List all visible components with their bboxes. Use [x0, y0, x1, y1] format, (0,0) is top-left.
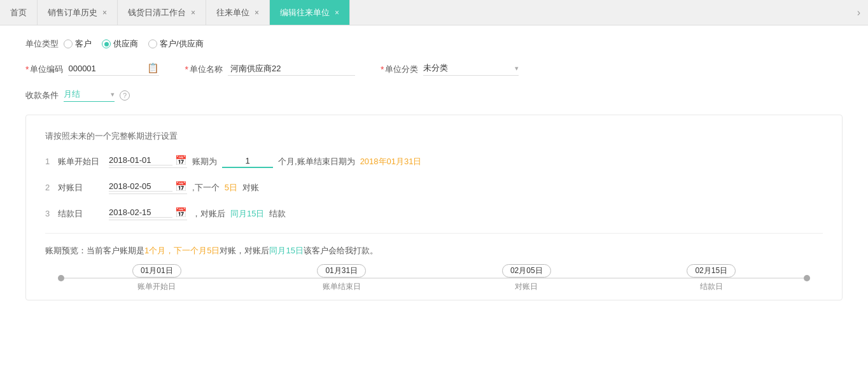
payment-highlight: 同月15日: [230, 208, 264, 220]
setting-row-3: 3 结款日 📅 ，对账后 同月15日 结款: [45, 207, 823, 220]
timeline-node-4: 02月15日 结款日: [687, 264, 736, 292]
reconcile-date-wrap: 📅: [109, 181, 187, 194]
timeline-pill-2: 01月31日: [317, 264, 366, 278]
radio-supplier-label: 供应商: [113, 38, 138, 50]
payment-select[interactable]: 月结 ▾: [64, 88, 115, 102]
payment-value: 月结: [64, 88, 108, 100]
radio-both-label: 客户/供应商: [160, 38, 204, 50]
timeline-pill-4: 02月15日: [687, 264, 736, 278]
reconcile-suffix: 对账: [242, 182, 259, 194]
tab-cash-work[interactable]: 钱货日清工作台 ×: [118, 0, 206, 25]
tab-partners[interactable]: 往来单位 ×: [206, 0, 270, 25]
radio-customer[interactable]: 客户: [64, 38, 92, 50]
preview-text: 账期预览：当前客户账期是1个月，下一个月5日对账，对账后同月15日该客户会给我打…: [45, 245, 823, 257]
preview-part1: 1个月，: [144, 246, 174, 255]
close-icon[interactable]: ×: [255, 8, 259, 17]
timeline-nodes: 01月01日 账单开始日 01月31日 账单结束日: [64, 272, 804, 285]
close-icon[interactable]: ×: [102, 8, 107, 17]
calendar-icon-1[interactable]: 📅: [175, 155, 187, 166]
payment-suffix: 结款: [269, 208, 286, 220]
unit-type-row: 单位类型 客户 供应商 客户/供应商: [25, 38, 843, 50]
radio-both-circle: [148, 39, 157, 48]
payment-label: 收款条件: [25, 90, 59, 101]
timeline-date-3: 02月05日: [510, 266, 543, 275]
unit-name-label: 单位名称: [190, 64, 223, 75]
unit-code-input[interactable]: [68, 64, 144, 73]
main-content: 单位类型 客户 供应商 客户/供应商 * 单位编码: [0, 25, 868, 387]
tab-cash-label: 钱货日清工作台: [128, 7, 186, 18]
settings-box: 请按照未来的一个完整帐期进行设置 1 账单开始日 📅 账期为 个月,账单结束日期…: [25, 115, 843, 300]
payment-date-input[interactable]: [109, 208, 172, 218]
row-content-1: 📅 账期为 个月,账单结束日期为 2018年01月31日: [109, 155, 823, 168]
preview-part4: 同月15日: [269, 246, 303, 255]
payment-prefix: ，对账后: [192, 208, 225, 220]
preview-part5: 该客户会给我打款。: [304, 246, 378, 255]
period-end-date: 2018年01月31日: [360, 156, 422, 167]
row-content-2: 📅 ,下一个 5日 对账: [109, 181, 823, 194]
radio-both[interactable]: 客户/供应商: [148, 38, 204, 50]
unit-code-input-wrap: 📋: [68, 62, 159, 76]
copy-icon[interactable]: 📋: [147, 62, 159, 74]
required-star: *: [25, 64, 29, 74]
unit-type-radio-group: 客户 供应商 客户/供应商: [64, 38, 204, 50]
timeline-node-3: 02月05日 对账日: [502, 264, 551, 292]
tab-bar: 首页 销售订单历史 × 钱货日清工作台 × 往来单位 × 编辑往来单位 × ›: [0, 0, 868, 25]
unit-code-label: 单位编码: [30, 64, 63, 75]
close-icon[interactable]: ×: [335, 8, 339, 17]
timeline-track: 01月01日 账单开始日 01月31日 账单结束日: [64, 272, 804, 285]
unit-type-field: 单位类型 客户 供应商 客户/供应商: [25, 38, 204, 50]
preview-section: 账期预览：当前客户账期是1个月，下一个月5日对账，对账后同月15日该客户会给我打…: [45, 233, 823, 285]
required-star-cat: *: [381, 64, 384, 74]
unit-category-select[interactable]: 未分类 ▾: [423, 62, 519, 76]
help-icon[interactable]: ?: [120, 90, 130, 101]
timeline-node-2: 01月31日 账单结束日: [317, 264, 366, 292]
tab-home-label: 首页: [10, 7, 27, 18]
unit-category-label: 单位分类: [385, 64, 418, 75]
timeline-date-4: 02月15日: [695, 266, 727, 275]
timeline-pill-1: 01月01日: [132, 264, 181, 278]
reconcile-date-input[interactable]: [109, 181, 172, 192]
code-name-row: * 单位编码 📋 * 单位名称 * 单位分类 未分类 ▾: [25, 62, 843, 76]
row-label-2: 对账日: [58, 182, 109, 194]
close-icon[interactable]: ×: [191, 8, 195, 17]
tab-home[interactable]: 首页: [0, 0, 38, 25]
timeline: 01月01日 账单开始日 01月31日 账单结束日: [45, 272, 823, 285]
timeline-node-1: 01月01日 账单开始日: [132, 264, 181, 292]
unit-category-field: * 单位分类 未分类 ▾: [381, 62, 519, 76]
tab-sales-label: 销售订单历史: [48, 7, 97, 18]
timeline-right-dot: [804, 275, 810, 281]
period-prefix: 账期为: [192, 156, 217, 167]
calendar-icon-3[interactable]: 📅: [175, 207, 187, 218]
tab-sales-history[interactable]: 销售订单历史 ×: [38, 0, 118, 25]
radio-customer-circle: [64, 39, 73, 48]
chevron-down-icon: ▾: [515, 64, 519, 73]
payment-date-wrap: 📅: [109, 207, 187, 220]
start-date-input[interactable]: [109, 155, 172, 165]
timeline-left-dot: [58, 275, 64, 281]
chevron-down-icon-payment: ▾: [111, 90, 115, 99]
start-date-input-wrap: 📅: [109, 155, 187, 168]
preview-part2: 下一个月5日: [174, 246, 220, 255]
radio-supplier[interactable]: 供应商: [102, 38, 138, 50]
tab-more-button[interactable]: ›: [850, 7, 868, 18]
timeline-label-2: 账单结束日: [323, 281, 361, 292]
unit-name-input[interactable]: [228, 63, 355, 76]
setting-row-1: 1 账单开始日 📅 账期为 个月,账单结束日期为 2018年01月31日: [45, 155, 823, 168]
timeline-label-3: 对账日: [515, 281, 538, 292]
timeline-pill-3: 02月05日: [502, 264, 551, 278]
tab-edit-partner[interactable]: 编辑往来单位 ×: [270, 0, 350, 25]
payment-row: 收款条件 月结 ▾ ?: [25, 88, 843, 102]
unit-code-field: * 单位编码 📋: [25, 62, 159, 76]
setting-row-2: 2 对账日 📅 ,下一个 5日 对账: [45, 181, 823, 194]
unit-category-value: 未分类: [423, 62, 512, 74]
row-label-3: 结款日: [58, 208, 109, 220]
row-content-3: 📅 ，对账后 同月15日 结款: [109, 207, 823, 220]
calendar-icon-2[interactable]: 📅: [175, 181, 187, 192]
unit-type-label: 单位类型: [25, 38, 59, 50]
reconcile-prefix: ,下一个: [192, 182, 220, 194]
required-star-name: *: [185, 64, 188, 74]
row-num-1: 1: [45, 157, 58, 166]
timeline-label-4: 结款日: [700, 281, 723, 292]
period-input[interactable]: [222, 155, 273, 168]
reconcile-highlight: 5日: [225, 182, 237, 194]
